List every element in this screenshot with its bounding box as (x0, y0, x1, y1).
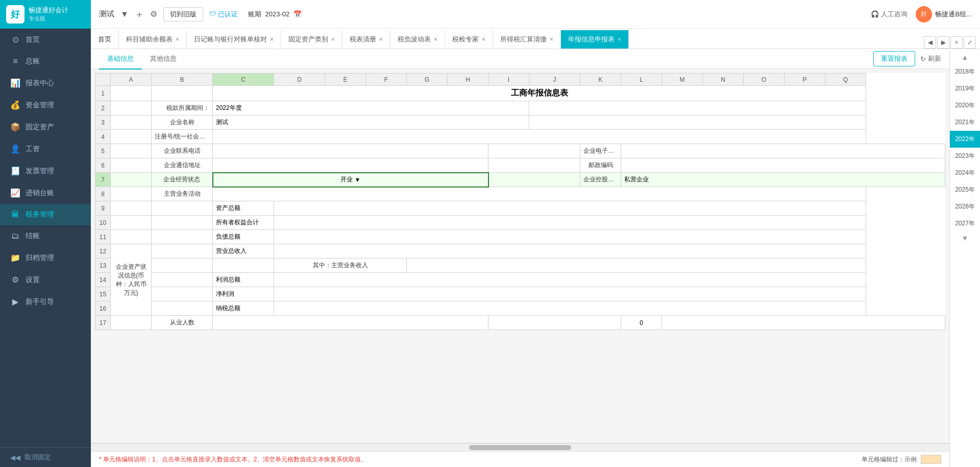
sidebar-item-tax[interactable]: 🏛 税务管理 (0, 204, 91, 225)
tab-income-tax[interactable]: 所得税汇算清缴 × (493, 30, 561, 49)
tab-close-icon[interactable]: × (379, 36, 383, 43)
scrollbar-thumb[interactable] (469, 445, 571, 450)
dropdown-arrow-icon[interactable]: ▼ (355, 176, 361, 183)
cell-8a[interactable] (111, 187, 152, 201)
cell-17k[interactable] (662, 316, 945, 330)
cell-3a[interactable] (111, 115, 152, 130)
cell-10b[interactable] (152, 216, 213, 230)
tab-close-all-button[interactable]: × (950, 36, 963, 49)
tab-next-button[interactable]: ▶ (937, 36, 949, 49)
tab-annual-report[interactable]: 年报信息申报表 × (561, 30, 629, 49)
cell-14b[interactable] (152, 273, 213, 287)
tab-close-icon[interactable]: × (331, 36, 335, 43)
tab-fixed-asset-category[interactable]: 固定资产类别 × (281, 30, 342, 49)
cell-1a[interactable] (111, 86, 152, 101)
cell-10a[interactable] (111, 216, 152, 230)
project-settings-icon[interactable]: ⚙ (150, 9, 157, 19)
cell-14d[interactable] (274, 273, 866, 287)
tab-bank-reconcile[interactable]: 日记账与银行对账单核对 × (187, 30, 281, 49)
cell-6c[interactable] (213, 158, 488, 173)
sidebar-item-funds[interactable]: 💰 资金管理 (0, 94, 91, 116)
cell-2a[interactable] (111, 101, 152, 115)
sidebar-item-guide[interactable]: ▶ 新手引导 (0, 291, 91, 313)
cell-11a[interactable] (111, 230, 152, 244)
cell-1b[interactable] (152, 86, 213, 101)
cell-2j[interactable] (529, 101, 866, 115)
year-item-2027[interactable]: 2027年 (950, 215, 980, 232)
year-item-2023[interactable]: 2023年 (950, 148, 980, 165)
year-item-2021[interactable]: 2021年 (950, 114, 980, 131)
cancel-fixed-button[interactable]: ◀◀ 取消固定 (0, 447, 91, 467)
year-panel-down-arrow[interactable]: ▼ (960, 232, 971, 244)
year-item-2024[interactable]: 2024年 (950, 165, 980, 181)
sidebar-item-settings[interactable]: ⚙ 设置 (0, 269, 91, 291)
cell-11d[interactable] (274, 230, 866, 244)
cell-16d[interactable] (274, 301, 866, 316)
cell-16b[interactable] (152, 301, 213, 316)
sidebar-item-salary[interactable]: 👤 工资 (0, 138, 91, 160)
cell-4a[interactable] (111, 130, 152, 144)
tab-subject-balance[interactable]: 科目辅助余额表 × (119, 30, 187, 49)
cell-7a[interactable] (111, 173, 152, 187)
cell-17a[interactable] (111, 316, 152, 330)
tab-home[interactable]: 首页 (91, 30, 119, 49)
tab-tax-expert[interactable]: 税检专家 × (445, 30, 493, 49)
cell-13g[interactable] (407, 259, 866, 273)
tab-close-icon[interactable]: × (270, 36, 274, 43)
cell-6a[interactable] (111, 158, 152, 173)
cell-9b[interactable] (152, 201, 213, 216)
tab-close-icon[interactable]: × (482, 36, 485, 43)
sidebar-item-assets[interactable]: 📦 固定资产 (0, 116, 91, 138)
switch-version-button[interactable]: 切到旧版 (163, 7, 203, 21)
year-item-2025[interactable]: 2025年 (950, 181, 980, 198)
project-dropdown-icon[interactable]: ▼ (120, 10, 129, 19)
cell-5a[interactable] (111, 144, 152, 158)
refresh-button[interactable]: ↻ 刷新 (920, 51, 941, 66)
cell-13b[interactable] (152, 259, 213, 273)
customer-service-button[interactable]: 🎧 人工咨询 (871, 10, 908, 19)
cell-12d[interactable] (274, 244, 866, 259)
cell-9a[interactable] (111, 201, 152, 216)
cell-2c[interactable]: 2022年度 (213, 101, 529, 115)
cell-13c[interactable] (213, 259, 274, 273)
reset-report-button[interactable]: 重置报表 (873, 51, 915, 66)
sidebar-item-close[interactable]: 🗂 结账 (0, 225, 91, 247)
tab-close-icon[interactable]: × (550, 36, 553, 43)
sidebar-item-invoice[interactable]: 🧾 发票管理 (0, 160, 91, 182)
tab-prev-button[interactable]: ◀ (924, 36, 936, 49)
cell-3c[interactable]: 测试 (213, 115, 529, 130)
calendar-icon[interactable]: 📅 (293, 10, 302, 18)
cell-15b[interactable] (152, 287, 213, 301)
year-item-2026[interactable]: 2026年 (950, 198, 980, 215)
cell-3j[interactable] (529, 115, 866, 130)
sidebar-item-ledger[interactable]: ≡ 总账 (0, 51, 91, 72)
tab-close-icon[interactable]: × (434, 36, 437, 43)
cell-9d[interactable] (274, 201, 866, 216)
tab-close-icon[interactable]: × (618, 36, 621, 43)
year-item-2020[interactable]: 2020年 (950, 97, 980, 114)
cell-5k[interactable] (621, 144, 945, 158)
tab-tax-schedule[interactable]: 税表清册 × (342, 30, 390, 49)
cell-17c[interactable] (213, 316, 488, 330)
year-panel-up-arrow[interactable]: ▲ (960, 51, 971, 63)
cell-4c[interactable] (213, 130, 866, 144)
horizontal-scrollbar[interactable] (91, 443, 949, 451)
user-menu[interactable]: 好 畅捷通B组... (916, 6, 972, 22)
sidebar-item-reports[interactable]: 📊 报表中心 (0, 72, 91, 94)
sidebar-item-archive[interactable]: 📁 归档管理 (0, 247, 91, 269)
cell-11b[interactable] (152, 230, 213, 244)
sidebar-item-sales[interactable]: 📈 进销台账 (0, 182, 91, 204)
cell-5i[interactable] (488, 144, 580, 158)
cell-10d[interactable] (274, 216, 866, 230)
tab-close-icon[interactable]: × (176, 36, 179, 43)
cell-5c[interactable] (213, 144, 488, 158)
sidebar-item-home[interactable]: ⊙ 首页 (0, 29, 91, 51)
year-item-2019[interactable]: 2019年 (950, 80, 980, 97)
cell-8c[interactable] (213, 187, 866, 201)
cell-6i[interactable] (488, 158, 580, 173)
cell-15d[interactable] (274, 287, 866, 301)
add-project-button[interactable]: ＋ (135, 8, 144, 20)
tab-expand-button[interactable]: ⤢ (964, 36, 976, 49)
cell-6k[interactable] (621, 158, 945, 173)
sheet-tab-other[interactable]: 其他信息 (142, 49, 185, 69)
